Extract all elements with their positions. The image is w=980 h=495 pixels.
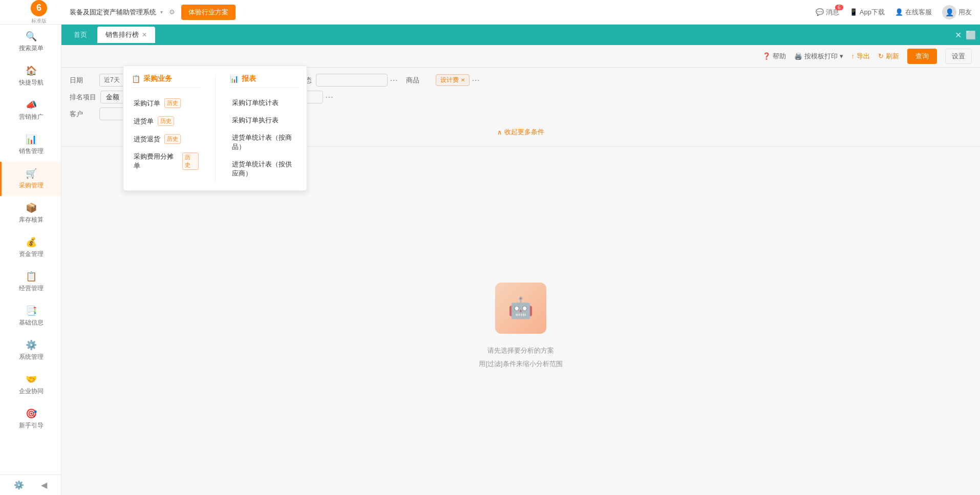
sidebar-item-finance[interactable]: 💰 资金管理 — [0, 230, 61, 265]
report-col-icon: 📊 — [230, 75, 239, 83]
sidebar-item-basicinfo-label: 基础信息 — [19, 318, 44, 327]
sidebar-bottom: ⚙️ ◀ — [0, 475, 61, 495]
tab-sales-ranking-label: 销售排行榜 — [105, 30, 139, 39]
search-icon: 🔍 — [26, 31, 37, 42]
system-title: 装备及固定资产辅助管理系统 — [70, 8, 156, 17]
header-message[interactable]: 💬 消息 6 — [816, 8, 839, 17]
order-stats-label: 采购订单统计表 — [232, 98, 279, 107]
dropdown-item-incoming[interactable]: 进货单 历史 — [132, 112, 201, 130]
report-col: 📊 报表 采购订单统计表 采购订单执行表 进货单统计表（按商品） — [230, 74, 299, 182]
expense-label: 采购费用分摊单 — [134, 152, 178, 170]
home-icon: 🏠 — [26, 65, 37, 76]
incoming-stats-supplier-label: 进货单统计表（按供应商） — [232, 160, 297, 178]
dropdown-item-incoming-stats-supplier[interactable]: 进货单统计表（按供应商） — [230, 156, 299, 182]
report-col-title: 📊 报表 — [230, 74, 299, 88]
guide-icon: 🎯 — [26, 408, 37, 419]
sidebar-item-inventory[interactable]: 📦 库存核算 — [0, 196, 61, 230]
dropdown-item-order-stats[interactable]: 采购订单统计表 — [230, 94, 299, 112]
sidebar-item-sales-label: 销售管理 — [19, 147, 44, 156]
return-label: 进货退货 — [134, 135, 160, 144]
sidebar-item-guide[interactable]: 🎯 新手引导 — [0, 402, 61, 436]
content-area: 首页 销售排行榜 ✕ ✕ ⬜ ❓ 帮助 🖨️ 按模板打印 — [61, 25, 980, 495]
sidebar-item-finance-label: 资金管理 — [19, 250, 44, 259]
header-appdownload[interactable]: 📱 App下载 — [849, 8, 885, 17]
system-settings-icon[interactable]: ⚙ — [169, 8, 175, 16]
incoming-stats-goods-label: 进货单统计表（按商品） — [232, 133, 297, 152]
purchase-order-label: 采购订单 — [134, 99, 160, 108]
sidebar-collapse-btn[interactable]: ◀ — [41, 480, 47, 490]
user-label: 用友 — [958, 8, 972, 17]
dropdown-item-expense[interactable]: 采购费用分摊单 历史 — [132, 148, 201, 175]
sidebar-item-purchase-label: 采购管理 — [19, 181, 44, 190]
return-history: 历史 — [164, 134, 181, 144]
dropdown-menu: 📋 采购业务 采购订单 历史 进货单 历史 进货退货 — [123, 66, 307, 191]
sidebar-item-sysmanage[interactable]: ⚙️ 系统管理 — [0, 333, 61, 368]
sidebar-item-search[interactable]: 🔍 搜索菜单 — [0, 25, 61, 59]
logo-subtitle: 标准版 — [31, 17, 47, 25]
sidebar-settings-btn[interactable]: ⚙️ — [14, 480, 24, 490]
sales-icon: 📊 — [26, 134, 37, 145]
app-icon: 📱 — [849, 8, 858, 16]
page-content: ❓ 帮助 🖨️ 按模板打印 ▾ ↑ 导出 ↻ 刷新 查询 设置 — [61, 45, 980, 495]
message-icon: 💬 — [816, 8, 824, 16]
purchase-col: 📋 采购业务 采购订单 历史 进货单 历史 进货退货 — [132, 74, 201, 182]
purchase-col-label: 采购业务 — [143, 74, 172, 83]
sidebar-item-basicinfo[interactable]: 📑 基础信息 — [0, 299, 61, 333]
expense-history: 历史 — [182, 153, 198, 170]
inventory-icon: 📦 — [26, 202, 37, 213]
avatar: 👤 — [942, 5, 956, 19]
marketing-icon: 📣 — [26, 99, 37, 111]
system-title-area: 装备及固定资产辅助管理系统 ▾ ⚙ — [70, 8, 175, 17]
sidebar-item-search-label: 搜索菜单 — [19, 44, 44, 53]
tab-bar: 首页 销售排行榜 ✕ ✕ ⬜ — [61, 25, 980, 45]
top-header: 6 标准版 装备及固定资产辅助管理系统 ▾ ⚙ 体验行业方案 💬 消息 6 📱 … — [0, 0, 980, 25]
sidebar-item-navigation[interactable]: 🏠 快捷导航 — [0, 59, 61, 93]
support-label: 在线客服 — [905, 8, 932, 17]
purchase-col-title: 📋 采购业务 — [132, 74, 201, 88]
tab-sales-ranking[interactable]: 销售排行榜 ✕ — [97, 27, 155, 43]
dropdown-item-order-exec[interactable]: 采购订单执行表 — [230, 112, 299, 129]
tab-close-all-btn[interactable]: ✕ — [955, 30, 962, 40]
tab-bar-right: ✕ ⬜ — [955, 30, 976, 40]
dropdown-columns: 📋 采购业务 采购订单 历史 进货单 历史 进货退货 — [132, 74, 299, 182]
logo-icon: 6 — [31, 0, 47, 16]
sidebar-item-inventory-label: 库存核算 — [19, 216, 44, 224]
tab-home-label: 首页 — [74, 30, 87, 39]
dropdown-item-purchase-order[interactable]: 采购订单 历史 — [132, 94, 201, 112]
tab-home[interactable]: 首页 — [66, 27, 95, 43]
sidebar-item-marketing-label: 营销推广 — [19, 113, 44, 121]
operations-icon: 📋 — [26, 271, 37, 282]
report-col-label: 报表 — [242, 74, 256, 83]
message-badge: 6 — [835, 5, 843, 10]
col-divider — [215, 74, 216, 182]
main-layout: 🔍 搜索菜单 🏠 快捷导航 📣 营销推广 📊 销售管理 🛒 采购管理 📦 库存核… — [0, 25, 980, 495]
purchase-order-history: 历史 — [164, 98, 181, 108]
header-right: 💬 消息 6 📱 App下载 👤 在线客服 👤 用友 — [816, 5, 972, 19]
sidebar-item-enterprise-label: 企业协同 — [19, 387, 44, 396]
header-user[interactable]: 👤 用友 — [942, 5, 972, 19]
order-exec-label: 采购订单执行表 — [232, 116, 279, 125]
incoming-label: 进货单 — [134, 117, 154, 126]
dropdown-item-incoming-stats-goods[interactable]: 进货单统计表（按商品） — [230, 129, 299, 156]
sysmanage-icon: ⚙️ — [26, 339, 37, 351]
sidebar-item-sysmanage-label: 系统管理 — [19, 353, 44, 361]
purchase-col-icon: 📋 — [132, 75, 140, 83]
tab-close-icon[interactable]: ✕ — [142, 31, 147, 38]
tab-maximize-btn[interactable]: ⬜ — [966, 30, 976, 40]
sidebar-item-operations-label: 经营管理 — [19, 284, 44, 293]
sidebar-item-enterprise[interactable]: 🤝 企业协同 — [0, 368, 61, 402]
sidebar-item-marketing[interactable]: 📣 营销推广 — [0, 93, 61, 127]
sidebar: 🔍 搜索菜单 🏠 快捷导航 📣 营销推广 📊 销售管理 🛒 采购管理 📦 库存核… — [0, 25, 61, 495]
sidebar-item-sales[interactable]: 📊 销售管理 — [0, 127, 61, 162]
purchase-icon: 🛒 — [26, 168, 37, 179]
finance-icon: 💰 — [26, 236, 37, 248]
sidebar-item-operations[interactable]: 📋 经营管理 — [0, 265, 61, 299]
system-dropdown-arrow[interactable]: ▾ — [160, 9, 163, 15]
dropdown-item-return[interactable]: 进货退货 历史 — [132, 130, 201, 148]
support-icon: 👤 — [895, 8, 903, 16]
sidebar-item-guide-label: 新手引导 — [19, 421, 44, 430]
sidebar-item-purchase[interactable]: 🛒 采购管理 — [0, 162, 61, 196]
enterprise-icon: 🤝 — [26, 374, 37, 385]
industry-btn[interactable]: 体验行业方案 — [181, 5, 236, 20]
header-support[interactable]: 👤 在线客服 — [895, 8, 932, 17]
